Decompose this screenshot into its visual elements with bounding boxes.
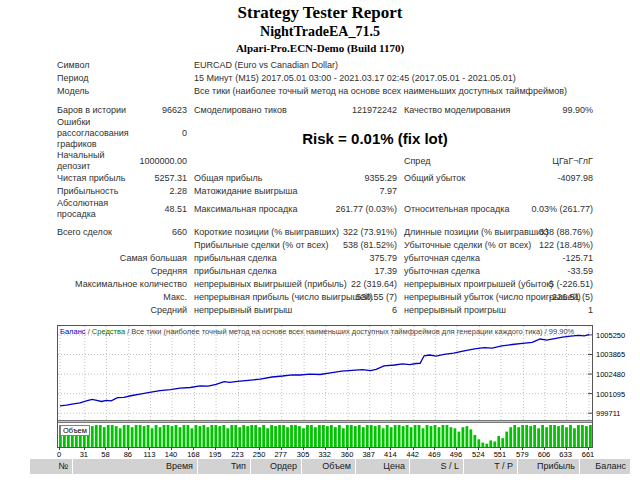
stat-label: Период (57, 73, 135, 84)
stat-row: Максимальное количествонепрерывных выигр… (57, 278, 593, 291)
stat-label: Прибыльные сделки (% от всех) (187, 240, 337, 251)
volume-bar (450, 427, 453, 447)
volume-bar (250, 425, 253, 447)
stat-row: Среднийнепрерывный выигрыш6непрерывный п… (57, 304, 593, 317)
y-axis-tick-label: 1001095 (596, 390, 625, 399)
volume-bar (202, 425, 205, 447)
stat-value: 6 (337, 305, 397, 316)
volume-bar (183, 425, 186, 447)
volume-bar (461, 427, 464, 447)
volume-bar (131, 427, 134, 447)
volume-bar (517, 427, 520, 447)
volume-bar (398, 425, 401, 447)
trades-table-header: №ВремяТипОрдерОбъемЦенаS / LT / PПрибыль… (30, 459, 630, 474)
volume-bar (394, 425, 397, 447)
y-axis-tick-label: 1002480 (596, 370, 625, 379)
volume-bar (362, 427, 365, 447)
volume-bar (246, 426, 249, 447)
volume-bar (338, 425, 341, 447)
volume-bar (354, 426, 357, 447)
stat-label: Длинные позиции (% выигравших) (397, 227, 537, 238)
volume-bar (366, 425, 369, 447)
server-build: Alpari-Pro.ECN-Demo (Build 1170) (0, 42, 640, 54)
volume-bar (434, 425, 437, 447)
volume-bar (426, 425, 429, 447)
stat-value: -125.71 (537, 253, 593, 264)
volume-bar (549, 425, 552, 447)
stat-value: 322 (73.91%) (337, 227, 397, 238)
stat-row: Абсолютная просадка48.51Максимальная про… (57, 198, 593, 220)
stat-row: МодельВсе тики (наиболее точный метод на… (57, 85, 593, 98)
stat-value: 338 (88.76%) (537, 227, 593, 238)
stat-value: 1 (537, 305, 593, 316)
volume-bar (374, 426, 377, 447)
volume-bar (581, 425, 584, 447)
stat-value: 17.39 (337, 266, 397, 277)
stat-value: 0 (135, 128, 187, 139)
report-header: Strategy Tester Report NightTradeEA_71.5… (0, 3, 640, 54)
x-axis-tick-label: 579 (516, 450, 529, 459)
volume-bar (286, 427, 289, 447)
volume-bar (107, 425, 110, 447)
stat-label: Максимальное количество (57, 279, 187, 290)
stat-label: непрерывная прибыль (число выигрышей) (187, 292, 337, 303)
volume-bar (513, 425, 516, 447)
volume-bar (282, 425, 285, 447)
volume-label: Объем (60, 425, 90, 436)
volume-bar (294, 425, 297, 447)
volume-bar (521, 425, 524, 447)
volume-bar (175, 425, 178, 447)
volume-bar (258, 427, 261, 447)
volume-bar (497, 436, 500, 447)
x-axis-tick-label: 140 (165, 450, 178, 459)
volume-bar (314, 427, 317, 447)
stat-value: -33.59 (537, 266, 593, 277)
stat-label: Ошибки рассогласования графиков (57, 117, 135, 150)
volume-bar (370, 425, 373, 447)
stat-row: Период15 Минут (M15) 2017.05.01 03:00 - … (57, 72, 593, 85)
volume-bar (214, 425, 217, 447)
stat-label: Короткие позиции (% выигравших) (187, 227, 337, 238)
volume-bar (254, 425, 257, 447)
volume-bar (585, 426, 588, 447)
volume-bar (242, 425, 245, 447)
x-axis-tick-label: 469 (428, 450, 441, 459)
stat-value: 1000000.00 (135, 156, 187, 167)
volume-bar (382, 428, 385, 447)
column-header: Прибыль (518, 459, 579, 474)
legend-balance-label: Баланс (60, 327, 86, 336)
stat-label: прибыльная сделка (187, 253, 337, 264)
volume-bar (378, 425, 381, 447)
stat-value: 48.51 (135, 204, 187, 215)
volume-bar (179, 427, 182, 447)
stat-row: Баров в истории96623Смоделировано тиков1… (57, 104, 593, 117)
volume-bar (481, 443, 484, 447)
stat-value: 261.77 (0.03%) (337, 204, 397, 215)
ea-name: NightTradeEA_71.5 (0, 24, 640, 40)
stat-value (135, 240, 187, 251)
stat-label: непрерывный выигрыш (187, 305, 337, 316)
volume-bar (302, 428, 305, 447)
stats-table: СимволEURCAD (Euro vs Canadian Dollar)Пе… (57, 59, 593, 317)
volume-bar (322, 425, 325, 447)
volume-bar (119, 428, 122, 447)
stat-label: Матожидание выигрыша (187, 186, 337, 197)
balance-line (60, 335, 589, 406)
volume-bar (139, 425, 142, 447)
stat-value: 5257.31 (135, 173, 187, 184)
stat-label: Всего сделок (57, 227, 135, 238)
volume-bar (390, 427, 393, 447)
x-axis-tick-label: 414 (384, 450, 397, 459)
stat-label: непрерывных выигрышей (прибыль) (187, 279, 337, 290)
volume-bar (505, 432, 508, 447)
volume-bar (167, 425, 170, 447)
volume-bar (103, 427, 106, 447)
volume-bar (465, 426, 468, 447)
volume-bar (525, 425, 528, 447)
x-axis-tick-label: 332 (318, 450, 331, 459)
stat-label: убыточная сделка (397, 253, 537, 264)
volume-bar (191, 428, 194, 447)
stat-value: 538 (81.52%) (337, 240, 397, 251)
volume-bar (159, 427, 162, 447)
stat-value: 375.79 (337, 253, 397, 264)
